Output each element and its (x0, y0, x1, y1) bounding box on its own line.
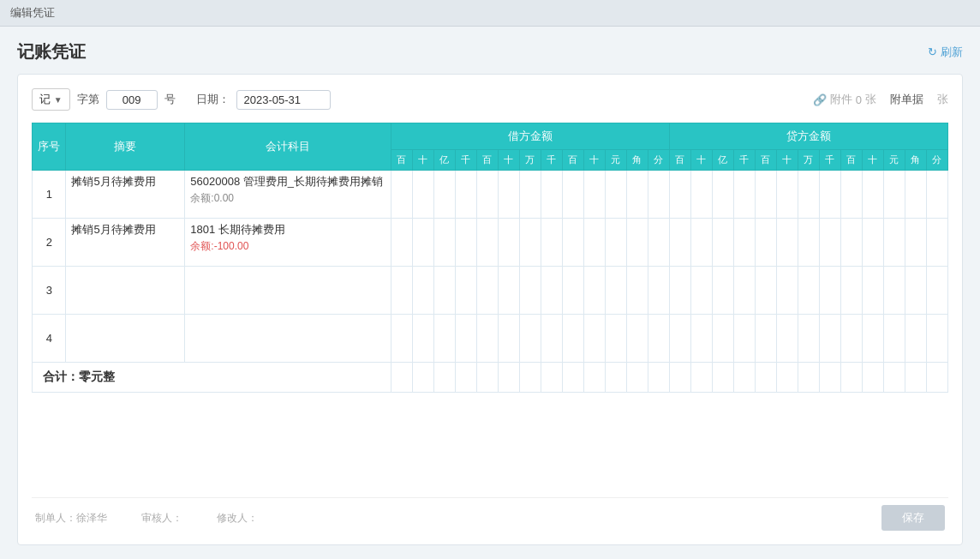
credit-d2: 十 (690, 150, 712, 171)
row3-summary[interactable] (66, 267, 185, 315)
credit-d3: 亿 (712, 150, 733, 171)
voucher-type-button[interactable]: 记 ▼ (32, 88, 70, 111)
content-area: 记账凭证 ↻ 刷新 记 ▼ 字第 号 日期： (0, 27, 980, 559)
total-label: 合计：零元整 (33, 363, 391, 393)
credit-d9: 百 (840, 150, 862, 171)
hao-label: 号 (164, 92, 176, 107)
debit-d7: 万 (519, 150, 541, 171)
modifier-section: 修改人： (217, 511, 258, 526)
refresh-icon: ↻ (928, 45, 937, 58)
voucher-table: 序号 摘要 会计科目 借方金额 贷方金额 百 十 亿 千 百 十 (32, 123, 948, 393)
creator-section: 制单人：徐泽华 (35, 511, 107, 526)
page-title: 记账凭证 (17, 40, 86, 63)
debit-d6: 十 (498, 150, 519, 171)
credit-d12: 角 (905, 150, 926, 171)
table-scroll-wrapper: 序号 摘要 会计科目 借方金额 贷方金额 百 十 亿 千 百 十 (32, 123, 948, 494)
header-index: 序号 (33, 123, 66, 171)
paperclip-icon: 🔗 (813, 93, 827, 106)
footer-bar: 制单人：徐泽华 审核人： 修改人： 保存 (32, 497, 948, 531)
save-button[interactable]: 保存 (881, 505, 945, 531)
debit-d4: 千 (455, 150, 476, 171)
credit-d7: 万 (798, 150, 819, 171)
table-row: 4 (33, 315, 948, 363)
zi-label: 字第 (77, 92, 99, 107)
row2-account[interactable]: 1801 长期待摊费用 余额:-100.00 (185, 219, 391, 267)
table-row: 1 摊销5月待摊费用 56020008 管理费用_长期待摊费用摊销 余额:0.0… (33, 171, 948, 219)
auditor-label: 审核人： (141, 512, 182, 524)
credit-d11: 元 (883, 150, 905, 171)
credit-d8: 千 (819, 150, 840, 171)
total-row: 合计：零元整 (33, 363, 948, 393)
refresh-button[interactable]: ↻ 刷新 (928, 45, 963, 60)
modifier-label: 修改人： (217, 512, 258, 524)
attach-count: 0 (856, 93, 862, 106)
row4-summary[interactable] (66, 315, 185, 363)
header-account: 会计科目 (185, 123, 391, 171)
auditor-section: 审核人： (141, 511, 182, 526)
header-debit: 借方金额 (391, 123, 669, 150)
date-label: 日期： (196, 92, 230, 107)
row4-index: 4 (33, 315, 66, 363)
row1-account[interactable]: 56020008 管理费用_长期待摊费用摊销 余额:0.00 (185, 171, 391, 219)
main-card: 记 ▼ 字第 号 日期： 🔗 附件 0 张 附单据 (17, 74, 963, 545)
row2-summary[interactable]: 摊销5月待摊费用 (66, 219, 185, 267)
title-bar: 编辑凭证 (0, 0, 980, 27)
table-row: 3 (33, 267, 948, 315)
header-credit: 贷方金额 (669, 123, 947, 150)
debit-d12: 角 (626, 150, 648, 171)
refresh-label: 刷新 (941, 45, 963, 60)
debit-d9: 百 (562, 150, 583, 171)
row1-summary[interactable]: 摊销5月待摊费用 (66, 171, 185, 219)
debit-d8: 千 (541, 150, 562, 171)
attach-sheets-btn[interactable]: 附单据 (890, 92, 923, 107)
debit-d11: 元 (605, 150, 626, 171)
page-header: 记账凭证 ↻ 刷新 (17, 40, 963, 63)
debit-d13: 分 (648, 150, 669, 171)
header-summary: 摘要 (66, 123, 185, 171)
zhang-label: 张 (937, 92, 948, 107)
credit-d1: 百 (669, 150, 690, 171)
credit-d13: 分 (926, 150, 947, 171)
debit-d3: 亿 (433, 150, 455, 171)
attach-text: 附件 (830, 92, 852, 107)
debit-d2: 十 (412, 150, 433, 171)
credit-d6: 十 (776, 150, 798, 171)
credit-d10: 十 (862, 150, 883, 171)
row3-account[interactable] (185, 267, 391, 315)
header-right: 🔗 附件 0 张 附单据 张 (813, 92, 948, 107)
window-title: 编辑凭证 (10, 6, 55, 19)
row2-index: 2 (33, 219, 66, 267)
chevron-down-icon: ▼ (54, 95, 63, 105)
credit-d5: 百 (755, 150, 776, 171)
creator-name: 徐泽华 (76, 512, 107, 524)
voucher-header: 记 ▼ 字第 号 日期： 🔗 附件 0 张 附单据 (32, 88, 948, 111)
debit-d10: 十 (583, 150, 605, 171)
window: 编辑凭证 记账凭证 ↻ 刷新 记 ▼ 字第 号 日期： (0, 0, 980, 559)
row4-account[interactable] (185, 315, 391, 363)
voucher-type-label: 记 (39, 93, 51, 105)
attach-label: 🔗 附件 0 张 (813, 92, 876, 107)
debit-d5: 百 (476, 150, 498, 171)
date-input[interactable] (236, 90, 331, 110)
credit-d4: 千 (733, 150, 755, 171)
row1-index: 1 (33, 171, 66, 219)
table-header-row1: 序号 摘要 会计科目 借方金额 贷方金额 (33, 123, 948, 150)
attach-unit: 张 (865, 92, 876, 107)
voucher-number-input[interactable] (106, 90, 158, 110)
creator-label: 制单人： (35, 512, 76, 524)
debit-d1: 百 (391, 150, 412, 171)
table-row: 2 摊销5月待摊费用 1801 长期待摊费用 余额:-100.00 (33, 219, 948, 267)
voucher-type-select: 记 ▼ (32, 88, 70, 111)
row3-index: 3 (33, 267, 66, 315)
